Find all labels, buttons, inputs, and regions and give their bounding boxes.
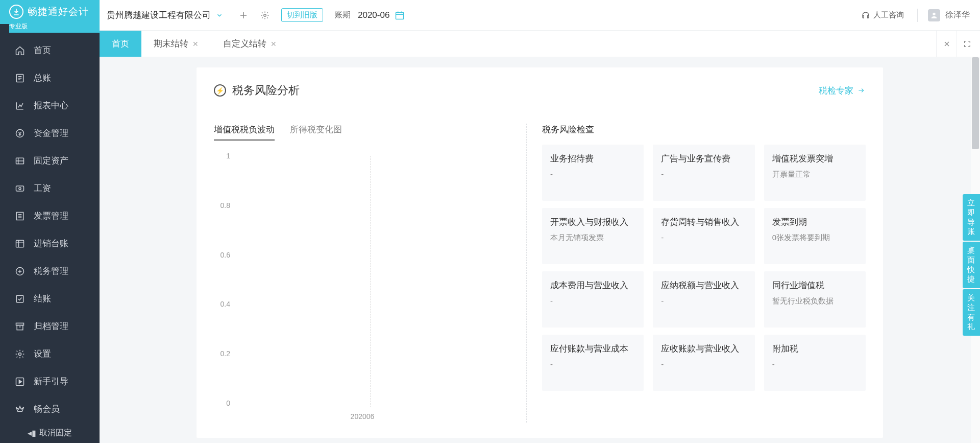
collapse-icon: ◂▮ <box>28 428 36 438</box>
tab-label: 自定义结转 <box>223 38 266 50</box>
tab-custom-carryover[interactable]: 自定义结转✕ <box>211 31 289 57</box>
chart-area: 1 0.8 0.6 0.4 0.2 0 202006 <box>214 152 511 423</box>
risk-card[interactable]: 成本费用与营业收入- <box>542 271 644 328</box>
tab-label: 首页 <box>112 38 129 50</box>
risk-card[interactable]: 应纳税额与营业收入- <box>653 271 754 328</box>
card-value: - <box>550 170 635 178</box>
close-all-tabs[interactable] <box>936 31 957 57</box>
asset-icon <box>14 155 26 167</box>
chart-tab-income-tax[interactable]: 所得税变化图 <box>290 124 342 141</box>
logo-icon <box>9 5 23 19</box>
scrollbar-thumb[interactable] <box>972 57 979 149</box>
headset-icon <box>861 11 870 20</box>
arrow-right-icon <box>856 87 866 94</box>
chart-tab-vat[interactable]: 增值税税负波动 <box>214 124 275 141</box>
avatar[interactable] <box>928 9 940 21</box>
risk-card[interactable]: 存货周转与销售收入- <box>653 208 754 264</box>
tax-risk-panel: ⚡ 税务风险分析 税检专家 增值税税负波动 所得税变化图 1 0.8 0.6 0 <box>197 67 883 438</box>
plus-icon[interactable] <box>238 10 249 20</box>
card-title: 开票收入与财报收入 <box>550 216 635 228</box>
username[interactable]: 徐泽华 <box>945 10 970 20</box>
risk-card[interactable]: 同行业增值税暂无行业税负数据 <box>764 271 866 328</box>
card-value: 本月无销项发票 <box>550 233 635 243</box>
nav-home[interactable]: 首页 <box>0 37 100 64</box>
card-title: 发票到期 <box>772 216 857 228</box>
consult-link[interactable]: 人工咨询 <box>861 10 904 20</box>
nav-stock-ledger[interactable]: 进销台账 <box>0 230 100 258</box>
expert-link-label: 税检专家 <box>819 85 853 97</box>
switch-old-version-button[interactable]: 切到旧版 <box>281 8 323 22</box>
risk-card[interactable]: 附加税- <box>764 335 866 391</box>
risk-card[interactable]: 应付账款与营业成本- <box>542 335 644 391</box>
company-name: 贵州腾越建设工程有限公司 <box>107 9 211 21</box>
risk-card[interactable]: 业务招待费- <box>542 145 644 201</box>
nav-close-period[interactable]: 结账 <box>0 285 100 313</box>
stock-icon <box>14 238 26 249</box>
nav-label: 新手引导 <box>34 376 68 387</box>
nav-reports[interactable]: 报表中心 <box>0 92 100 120</box>
risk-card[interactable]: 开票收入与财报收入本月无销项发票 <box>542 208 644 264</box>
svg-rect-3 <box>16 186 24 191</box>
float-tab-follow[interactable]: 关注有礼 <box>963 289 980 336</box>
company-dropdown[interactable] <box>216 12 223 19</box>
y-axis: 1 0.8 0.6 0.4 0.2 0 <box>214 152 234 407</box>
tab-home[interactable]: 首页 <box>100 31 141 57</box>
content-area: ⚡ 税务风险分析 税检专家 增值税税负波动 所得税变化图 1 0.8 0.6 0 <box>100 57 980 443</box>
nav-label: 发票管理 <box>34 210 68 222</box>
tab-period-end[interactable]: 期末结转✕ <box>141 31 211 57</box>
panel-header: ⚡ 税务风险分析 税检专家 <box>214 83 866 98</box>
chart-tabs: 增值税税负波动 所得税变化图 <box>214 124 511 141</box>
nav-tax[interactable]: 税务管理 <box>0 258 100 285</box>
card-title: 广告与业务宣传费 <box>661 153 746 165</box>
topbar-right: 人工咨询 徐泽华 <box>861 9 970 22</box>
close-icon[interactable]: ✕ <box>271 40 277 48</box>
tabbar: 首页 期末结转✕ 自定义结转✕ <box>100 31 980 57</box>
svg-point-11 <box>19 353 21 355</box>
tabbar-tools <box>936 31 980 57</box>
nav-settings[interactable]: 设置 <box>0 340 100 368</box>
risk-card[interactable]: 增值税发票突增开票量正常 <box>764 145 866 201</box>
float-tab-desktop[interactable]: 桌面快捷 <box>963 242 980 288</box>
calendar-icon[interactable] <box>395 10 405 20</box>
nav-guide[interactable]: 新手引导 <box>0 368 100 395</box>
logo-area: 畅捷通好会计 <box>0 0 100 24</box>
risk-check-title: 税务风险检查 <box>542 124 866 135</box>
salary-icon <box>14 183 26 194</box>
sidebar: 畅捷通好会计 专业版 首页 总账 报表中心 资金管理 固定资产 工资 发票管理 … <box>0 0 100 443</box>
nav-funds[interactable]: 资金管理 <box>0 120 100 147</box>
card-value: 0张发票将要到期 <box>772 233 857 243</box>
period-label: 账期 <box>334 10 351 20</box>
unpin-sidebar[interactable]: ◂▮ 取消固定 <box>0 423 100 443</box>
svg-rect-6 <box>16 240 24 247</box>
nav-invoice[interactable]: 发票管理 <box>0 202 100 230</box>
fullscreen-icon[interactable] <box>957 31 977 57</box>
settings-icon[interactable] <box>260 10 270 20</box>
bolt-icon: ⚡ <box>214 84 226 97</box>
card-title: 存货周转与销售收入 <box>661 216 746 228</box>
nav-salary[interactable]: 工资 <box>0 175 100 202</box>
vip-icon <box>14 404 26 415</box>
nav-archive[interactable]: 归档管理 <box>0 313 100 340</box>
chart-column: 增值税税负波动 所得税变化图 1 0.8 0.6 0.4 0.2 0 <box>214 124 527 423</box>
archive-icon <box>14 321 26 332</box>
y-tick: 0.6 <box>214 251 234 259</box>
card-title: 增值税发票突增 <box>772 153 857 165</box>
card-value: - <box>661 170 746 178</box>
nav-member[interactable]: 畅会员 <box>0 395 100 423</box>
risk-card[interactable]: 广告与业务宣传费- <box>653 145 754 201</box>
float-tab-import[interactable]: 立即导账 <box>963 194 980 241</box>
expert-link[interactable]: 税检专家 <box>819 85 866 97</box>
nav-label: 税务管理 <box>34 265 68 277</box>
tax-icon <box>14 266 26 277</box>
nav-assets[interactable]: 固定资产 <box>0 147 100 175</box>
home-icon <box>14 45 26 56</box>
nav-label: 工资 <box>34 182 51 194</box>
risk-cards: 业务招待费- 广告与业务宣传费- 增值税发票突增开票量正常 开票收入与财报收入本… <box>542 145 866 391</box>
risk-card[interactable]: 发票到期0张发票将要到期 <box>764 208 866 264</box>
card-title: 应收账款与营业收入 <box>661 343 746 355</box>
consult-label: 人工咨询 <box>873 10 904 20</box>
nav-label: 总账 <box>34 72 51 84</box>
nav-ledger[interactable]: 总账 <box>0 64 100 92</box>
risk-card[interactable]: 应收账款与营业收入- <box>653 335 754 391</box>
close-icon[interactable]: ✕ <box>192 40 199 48</box>
